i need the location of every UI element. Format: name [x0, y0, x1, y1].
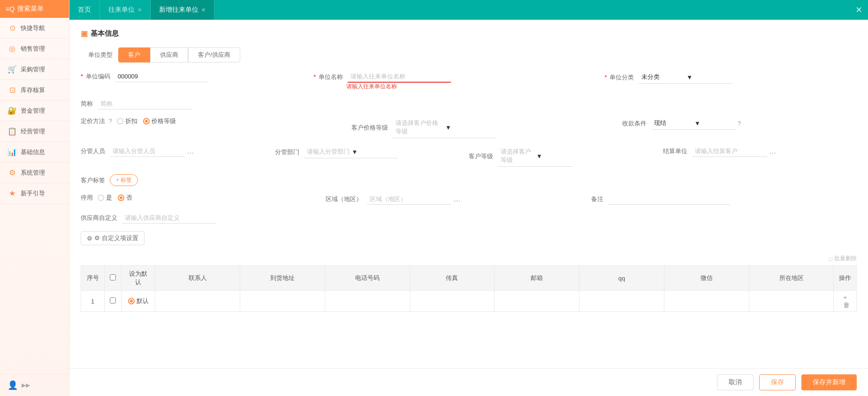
type-btn-supplier[interactable]: 供应商 — [150, 47, 188, 62]
type-btn-both[interactable]: 客户/供应商 — [188, 47, 240, 62]
batch-delete-label[interactable]: 批量删除 — [834, 255, 857, 263]
sidebar-item-basic[interactable]: 📊 基础信息 — [0, 142, 69, 163]
region-label: 区域（地区） — [326, 195, 367, 203]
radio-yes[interactable]: 是 — [98, 194, 112, 202]
field-customer-price: 客户价格等级 请选择客户价格等级 ▼ — [351, 117, 622, 138]
chevron-down-icon: ▼ — [445, 124, 493, 131]
footer: 取消 保存 保存并新增 — [69, 368, 868, 396]
chevron-down-icon: ▼ — [536, 153, 570, 160]
dept-select[interactable]: 请输入分管部门 ▼ — [304, 146, 398, 158]
sidebar-item-sales[interactable]: ◎ 销售管理 — [0, 39, 69, 59]
purchase-icon: 🛒 — [8, 65, 17, 74]
tab-partners[interactable]: 往来单位 ✕ — [100, 0, 151, 20]
unit-category-select[interactable]: 未分类 ▼ — [639, 71, 732, 84]
settlement-input[interactable] — [692, 146, 767, 157]
row-email[interactable] — [495, 291, 579, 312]
customer-level-select[interactable]: 请选择客户等级 ▼ — [498, 146, 573, 167]
sidebar-item-finance[interactable]: 🔐 资金管理 — [0, 101, 69, 121]
payment-terms-label: 收款条件 — [622, 119, 651, 128]
expand-icon[interactable]: ▶▶ — [22, 382, 30, 388]
region-input[interactable] — [367, 194, 451, 205]
field-note: 备注 — [591, 194, 857, 205]
contact-table: 序号 设为默认 联系人 到货地址 电话号码 传真 邮箱 qq 微信 所在地区 操… — [81, 265, 857, 312]
region-dots[interactable]: … — [451, 195, 463, 203]
tab-partners-close[interactable]: ✕ — [137, 7, 142, 13]
row-fax[interactable] — [410, 291, 495, 312]
row-default-radio-circle — [128, 298, 135, 304]
field-pricing-method: 定价方法 ? 折扣 价格等级 — [81, 117, 351, 125]
col-address: 到货地址 — [240, 266, 325, 291]
row-contact[interactable] — [155, 291, 240, 312]
field-manager: 分管人员 … — [81, 146, 275, 157]
short-name-input[interactable] — [98, 98, 191, 109]
tab-bar-end: ✕ — [855, 0, 868, 20]
sidebar-item-purchase[interactable]: 🛒 采购管理 — [0, 59, 69, 80]
inventory-icon: ⊡ — [8, 85, 17, 94]
field-settlement: 结算单位 … — [663, 146, 857, 157]
row-checkbox[interactable] — [105, 291, 122, 312]
tab-new-partner[interactable]: 新增往来单位 ✕ — [151, 0, 214, 20]
manager-input[interactable] — [110, 146, 185, 157]
radio-no[interactable]: 否 — [118, 194, 132, 202]
add-tag-button[interactable]: + 标签 — [110, 174, 138, 186]
qq-input[interactable] — [583, 298, 660, 305]
col-checkbox[interactable] — [105, 266, 122, 291]
custom-settings-button[interactable]: ⚙ ⚙ 自定义项设置 — [81, 231, 145, 245]
cancel-button[interactable]: 取消 — [717, 374, 754, 390]
phone-input[interactable] — [329, 298, 406, 305]
payment-help-icon[interactable]: ? — [738, 120, 741, 127]
supplier-custom-input[interactable] — [122, 212, 216, 224]
sidebar-item-operation[interactable]: 📋 经营管理 — [0, 121, 69, 142]
contact-input[interactable] — [159, 298, 236, 305]
row-address[interactable] — [240, 291, 325, 312]
row-manager: 分管人员 … 分管部门 请输入分管部门 ▼ 客户等级 请选择客户等级 ▼ — [81, 146, 857, 167]
row-default-radio[interactable]: 默认 — [125, 297, 151, 305]
radio-discount-circle — [117, 118, 123, 124]
tab-home[interactable]: 首页 — [69, 0, 100, 20]
tab-partners-label: 往来单位 — [108, 6, 135, 14]
col-qq: qq — [579, 266, 664, 291]
sidebar-item-inventory[interactable]: ⊡ 库存核算 — [0, 80, 69, 101]
search-menu-button[interactable]: ≡Q 搜索菜单 — [0, 0, 69, 18]
settlement-dots[interactable]: … — [767, 147, 778, 155]
user-avatar: 👤 — [8, 380, 18, 390]
row-add-icon[interactable]: + — [843, 294, 847, 301]
sidebar-item-guide[interactable]: ★ 新手引导 — [0, 183, 69, 204]
radio-discount[interactable]: 折扣 — [117, 117, 137, 125]
short-name-label: 简称 — [81, 100, 98, 108]
note-input[interactable] — [608, 194, 730, 205]
fax-input[interactable] — [414, 298, 491, 305]
radio-level[interactable]: 价格等级 — [143, 117, 176, 125]
save-add-button[interactable]: 保存并新增 — [801, 374, 857, 390]
region-table-input[interactable] — [753, 298, 830, 305]
chevron-down-icon: ▼ — [694, 120, 733, 127]
customer-price-select[interactable]: 请选择客户价格等级 ▼ — [393, 117, 496, 138]
row-default[interactable]: 默认 — [122, 291, 155, 312]
field-disabled: 停用 是 否 — [81, 194, 326, 202]
quick-nav-icon: ⊙ — [8, 23, 17, 32]
save-button[interactable]: 保存 — [759, 374, 796, 390]
row-region[interactable] — [749, 291, 834, 312]
row-phone[interactable] — [325, 291, 410, 312]
sidebar-item-system[interactable]: ⚙ 系统管理 — [0, 163, 69, 183]
row-qq[interactable] — [579, 291, 664, 312]
unit-code-input[interactable] — [115, 71, 209, 82]
close-all-tabs[interactable]: ✕ — [855, 5, 862, 15]
sidebar-item-quick-nav[interactable]: ⊙ 快捷导航 — [0, 18, 69, 39]
email-input[interactable] — [498, 298, 575, 305]
help-icon[interactable]: ? — [109, 117, 112, 124]
payment-terms-select[interactable]: 现结 ▼ — [651, 117, 736, 130]
row-index: 1 — [81, 291, 105, 312]
wechat-input[interactable] — [668, 298, 745, 305]
row-wechat[interactable] — [664, 291, 749, 312]
select-all-checkbox[interactable] — [110, 274, 116, 280]
address-input[interactable] — [244, 298, 321, 305]
tab-new-partner-close[interactable]: ✕ — [201, 7, 206, 13]
row-select-checkbox[interactable] — [110, 297, 116, 303]
type-btn-customer[interactable]: 客户 — [118, 47, 150, 62]
manager-dots[interactable]: … — [185, 147, 196, 155]
dept-label: 分管部门 — [275, 148, 304, 156]
row-delete-icon[interactable]: 🗑 — [843, 301, 850, 309]
unit-type-row: 单位类型 客户 供应商 客户/供应商 — [81, 47, 857, 62]
unit-name-input[interactable] — [348, 71, 451, 83]
